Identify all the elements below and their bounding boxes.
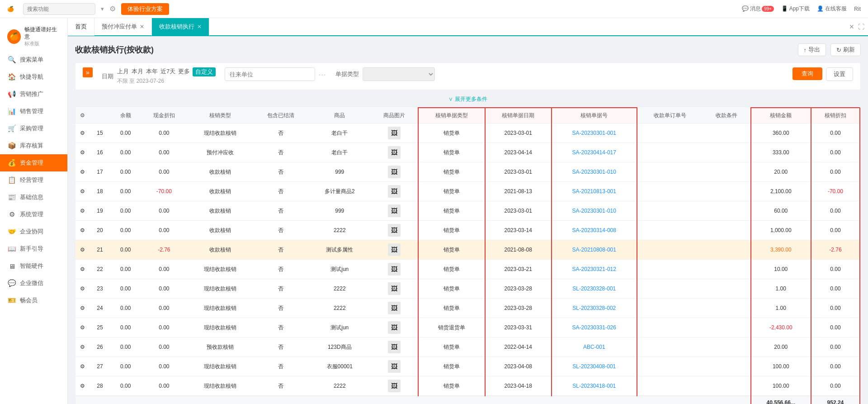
cell-gear[interactable]: ⚙ [75,124,89,143]
cell-gear[interactable]: ⚙ [75,357,89,376]
tab-home[interactable]: 首页 [68,18,94,36]
filter-toggle-btn[interactable]: » [83,67,93,77]
date-option-7days[interactable]: 近7天 [160,67,175,76]
industry-btn[interactable]: 体验行业方案 [121,3,169,15]
date-option-this-year[interactable]: 本年 [146,67,158,76]
cell-bill-no[interactable]: SA-20230301-001 [552,124,637,143]
date-option-custom[interactable]: 自定义 [193,67,216,76]
tab-bar: 首页 预付冲应付单 ✕ 收款核销执行 ✕ ✕ ⛶ [68,18,868,36]
sidebar-item-enterprise[interactable]: 🤝 企业协同 [0,223,67,240]
cell-settled: 否 [253,162,309,182]
col-goods: 商品 [309,108,370,124]
cell-cash-discount: 0.00 [140,279,188,299]
sidebar-item-quick[interactable]: 🏠 快捷导航 [0,68,67,86]
filter-settings-btn[interactable]: 设置 [826,67,853,81]
cell-gear[interactable]: ⚙ [75,182,89,201]
tab-close-all[interactable]: ✕ [849,23,854,30]
cell-bill-no[interactable]: SA-20230321-012 [552,260,637,279]
cell-bill-no[interactable]: SA-20210808-001 [552,240,637,260]
cell-bill-no[interactable]: SA-20230301-010 [552,162,637,182]
cell-gear[interactable]: ⚙ [75,318,89,337]
tab-collection-close[interactable]: ✕ [197,24,202,30]
cell-bill-no[interactable]: SA-20230331-026 [552,318,637,337]
tab-prepay[interactable]: 预付冲应付单 ✕ [94,18,152,36]
tab-fullscreen[interactable]: ⛶ [858,23,864,30]
table-footer-row: 40,556,66... 952.24 [75,396,860,404]
cell-goods: 老白干 [309,124,370,143]
sidebar-item-guide[interactable]: 📖 新手引导 [0,240,67,257]
sidebar-item-sales[interactable]: 📊 销售管理 [0,103,67,120]
cell-receipt-cond [703,201,750,221]
hardware-icon: 🖥 [7,262,16,270]
sidebar-label-search: 搜索菜单 [20,56,43,64]
date-option-last-month[interactable]: 上月 [117,67,129,76]
cell-receipt-order [637,143,703,162]
cell-bill-date: 2023-03-01 [485,124,552,143]
cell-receipt-cond [703,299,750,318]
cell-gear[interactable]: ⚙ [75,201,89,221]
cell-bill-type: 销货单 [418,182,485,201]
cell-gear[interactable]: ⚙ [75,376,89,396]
cell-gear[interactable]: ⚙ [75,240,89,260]
date-option-more[interactable]: 更多 [178,67,190,76]
search-input[interactable] [23,3,95,15]
cell-bill-no[interactable]: SL-20230408-001 [552,357,637,376]
cell-settled: 否 [253,376,309,396]
cell-bill-no[interactable]: SL-20230328-001 [552,279,637,299]
sidebar-item-basic[interactable]: 📰 基础信息 [0,189,67,206]
user-label[interactable]: Rit [854,6,861,12]
filter-date-label: 日期 [102,72,113,81]
sidebar-item-member[interactable]: 🎫 畅会员 [0,292,67,309]
cell-bill-no[interactable]: SA-20230414-017 [552,143,637,162]
online-service[interactable]: 👤 在线客服 [817,5,847,13]
sidebar-item-finance[interactable]: 💰 资金管理 [0,154,67,171]
table-row: ⚙ 26 0.00 0.00 预收款核销 否 123D商品 🖼 销货单 2022… [75,337,860,357]
app-download[interactable]: 📱 App下载 [781,5,810,13]
cell-gear[interactable]: ⚙ [75,221,89,240]
query-btn[interactable]: 查询 [793,67,822,80]
cell-cancel-discount: 0.00 [811,260,860,279]
cell-gear[interactable]: ⚙ [75,337,89,357]
cell-bill-no[interactable]: SA-20230314-008 [552,221,637,240]
cell-bill-no[interactable]: ABC-001 [552,337,637,357]
tab-collection[interactable]: 收款核销执行 ✕ [152,18,209,36]
refresh-btn[interactable]: ↻ 刷新 [830,43,861,56]
cell-bill-no[interactable]: SL-20230418-001 [552,376,637,396]
cell-gear[interactable]: ⚙ [75,260,89,279]
date-option-this-month[interactable]: 本月 [132,67,143,76]
message-icon[interactable]: 💬 消息99+ [742,5,774,13]
sidebar-item-wechat[interactable]: 💬 企业微信 [0,275,67,292]
sidebar-item-operation[interactable]: 📋 经营管理 [0,171,67,189]
cell-gear[interactable]: ⚙ [75,279,89,299]
expand-bar[interactable]: ∨ 展开更多条件 [75,95,861,103]
cell-gear[interactable]: ⚙ [75,162,89,182]
tab-prepay-close[interactable]: ✕ [140,24,144,30]
sidebar-item-hardware[interactable]: 🖥 智能硬件 [0,257,67,275]
sidebar-item-system[interactable]: ⚙ 系统管理 [0,206,67,223]
sidebar-item-search[interactable]: 🔍 搜索菜单 [0,51,67,68]
sidebar-item-inventory[interactable]: 📦 库存核算 [0,137,67,154]
filter-partner-input[interactable] [225,67,315,81]
export-btn[interactable]: ↑ 导出 [798,43,826,56]
col-gear[interactable]: ⚙ [75,108,89,124]
cell-bill-type: 销货单 [418,260,485,279]
sidebar-label-sales: 销售管理 [20,107,43,115]
table-row: ⚙ 24 0.00 0.00 现结收款核销 否 2222 🖼 销货单 2023-… [75,299,860,318]
purchase-icon: 🛒 [7,124,16,133]
cell-cash-discount: 0.00 [140,299,188,318]
cell-bill-date: 2023-03-31 [485,318,552,337]
cell-gear[interactable]: ⚙ [75,143,89,162]
cell-bill-no[interactable]: SA-20230301-010 [552,201,637,221]
cell-gear[interactable]: ⚙ [75,299,89,318]
sidebar-item-purchase[interactable]: 🛒 采购管理 [0,120,67,137]
settings-icon[interactable]: ⚙ [109,5,116,13]
filter-billtype-select[interactable] [363,67,435,81]
cell-bill-no[interactable]: SL-20230328-002 [552,299,637,318]
cell-bill-no[interactable]: SA-20210813-001 [552,182,637,201]
col-cancel-discount: 核销折扣 [811,108,860,124]
page-content: 收款核销执行(按收款) ↑ 导出 ↻ 刷新 » 日期 [68,36,868,404]
dropdown-icon[interactable]: ▾ [101,5,104,12]
sidebar-item-marketing[interactable]: 📢 营销推广 [0,86,67,103]
filter-date-range: 不限 至 2023-07-26 [117,77,216,85]
cell-settled: 否 [253,318,309,337]
